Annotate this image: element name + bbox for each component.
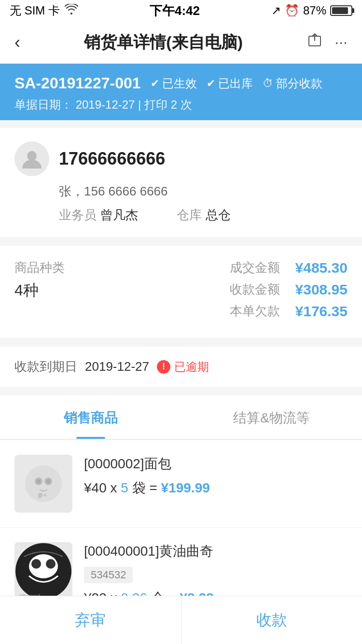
received-value: ¥308.95 [290, 281, 348, 298]
tab-settlement-logistics[interactable]: 结算&物流等 [181, 395, 362, 439]
header-banner: SA-20191227-001 ✔ 已生效 ✔ 已出库 ⏱ 部分收款 单据日期：… [0, 64, 362, 120]
customer-row: 17666666666 [14, 141, 348, 176]
share-button[interactable] [306, 32, 323, 53]
product-section: 参+ [0000002]面包 ¥40 x 5 袋 = ¥199.99 [0, 440, 362, 622]
category-label: 商品种类 [14, 259, 65, 276]
product-name-1: [0000002]面包 [84, 455, 348, 473]
battery-percent: 87% [303, 4, 326, 17]
overdue-text: 已逾期 [174, 359, 209, 375]
due-section: 收款到期日 2019-12-27 ! 已逾期 [0, 347, 362, 387]
svg-point-10 [31, 559, 41, 569]
wifi-icon [65, 4, 78, 17]
cancel-button[interactable]: 弃审 [0, 596, 181, 644]
print-info: | 打印 2 次 [138, 98, 192, 111]
overdue-icon: ! [157, 360, 170, 374]
customer-sub-info: 张，156 6666 6666 [14, 183, 348, 200]
check-icon-1: ✔ [151, 77, 159, 90]
alarm-icon: ⏰ [285, 4, 299, 17]
owed-label: 本单欠款 [230, 303, 280, 320]
location-icon: ↗ [271, 4, 281, 17]
svg-point-6 [46, 479, 50, 483]
customer-meta: 业务员 曾凡杰 仓库 总仓 [14, 207, 348, 224]
check-icon-2: ✔ [207, 77, 215, 90]
banner-date-row: 单据日期： 2019-12-27 | 打印 2 次 [14, 97, 348, 112]
product-name-2: [000400001]黄油曲奇 [84, 542, 348, 560]
status-badge-shipped: ✔ 已出库 [207, 76, 253, 91]
category-info: 商品种类 4种 [14, 259, 65, 301]
battery-icon [330, 5, 352, 16]
price-1: ¥40 [84, 480, 107, 495]
customer-name: 17666666666 [59, 149, 165, 169]
product-image-1: 参+ [14, 455, 72, 513]
svg-text:参+: 参+ [38, 492, 47, 499]
total-1: ¥199.99 [161, 480, 210, 495]
multiply-1: x [111, 480, 121, 495]
banner-row1: SA-20191227-001 ✔ 已生效 ✔ 已出库 ⏱ 部分收款 [14, 74, 348, 92]
nav-actions: ··· [306, 32, 348, 53]
list-item: 参+ [0000002]面包 ¥40 x 5 袋 = ¥199.99 [0, 440, 362, 528]
qty-1: 5 [121, 480, 128, 495]
amount-label: 成交金额 [230, 259, 280, 276]
page-title: 销货单详情(来自电脑) [84, 31, 243, 54]
product-info-1: [0000002]面包 ¥40 x 5 袋 = ¥199.99 [84, 455, 348, 497]
status-right: ↗ ⏰ 87% [271, 4, 352, 17]
product-sku-2: 534532 [84, 567, 133, 583]
product-image-2: advanced [14, 542, 72, 600]
order-id: SA-20191227-001 [14, 74, 141, 92]
unit-1: 袋 [132, 480, 146, 495]
status-badge-effective: ✔ 已生效 [151, 76, 197, 91]
amount-row: 成交金额 ¥485.30 [230, 259, 348, 276]
confirm-button[interactable]: 收款 [181, 596, 362, 644]
warehouse-info: 仓库 总仓 [177, 207, 231, 224]
tabs: 销售商品 结算&物流等 [0, 395, 362, 439]
status-badge-partial: ⏱ 部分收款 [263, 76, 322, 91]
warehouse-value: 总仓 [206, 207, 231, 224]
owed-value: ¥176.35 [290, 303, 348, 320]
svg-point-1 [27, 151, 37, 161]
status-time: 下午4:42 [150, 2, 200, 19]
more-button[interactable]: ··· [334, 33, 348, 51]
stats-section: 商品种类 4种 成交金额 ¥485.30 收款金额 ¥308.95 本单欠款 ¥… [0, 246, 362, 338]
financial-stats: 成交金额 ¥485.30 收款金额 ¥308.95 本单欠款 ¥176.35 [230, 259, 348, 324]
status-left: 无 SIM 卡 [10, 3, 78, 18]
product-price-1: ¥40 x 5 袋 = ¥199.99 [84, 479, 348, 497]
warehouse-label: 仓库 [177, 207, 202, 224]
svg-point-11 [46, 559, 56, 569]
svg-point-5 [37, 479, 41, 483]
due-label: 收款到期日 [14, 358, 77, 375]
category-value: 4种 [14, 280, 65, 301]
carrier-label: 无 SIM 卡 [10, 3, 60, 18]
nav-bar: ‹ 销货单详情(来自电脑) ··· [0, 21, 362, 64]
owed-row: 本单欠款 ¥176.35 [230, 303, 348, 320]
sales-value: 曾凡杰 [100, 207, 138, 224]
status-bar: 无 SIM 卡 下午4:42 ↗ ⏰ 87% [0, 0, 362, 21]
overdue-badge: ! 已逾期 [157, 359, 209, 375]
equals-1: = [149, 480, 161, 495]
due-date: 2019-12-27 [85, 359, 149, 374]
clock-icon: ⏱ [263, 77, 273, 90]
sales-info: 业务员 曾凡杰 [59, 207, 138, 224]
avatar [14, 141, 49, 176]
tab-sales-products[interactable]: 销售商品 [0, 395, 181, 439]
order-date: 2019-12-27 [76, 98, 135, 111]
customer-section: 17666666666 张，156 6666 6666 业务员 曾凡杰 仓库 总… [0, 128, 362, 237]
bottom-bar: 弃审 收款 [0, 596, 362, 644]
date-label: 单据日期： [14, 98, 72, 111]
sales-label: 业务员 [59, 207, 97, 224]
received-label: 收款金额 [230, 281, 280, 298]
amount-value: ¥485.30 [290, 260, 348, 276]
back-button[interactable]: ‹ [14, 32, 20, 53]
received-row: 收款金额 ¥308.95 [230, 281, 348, 298]
placeholder-image-1: 参+ [14, 455, 72, 513]
